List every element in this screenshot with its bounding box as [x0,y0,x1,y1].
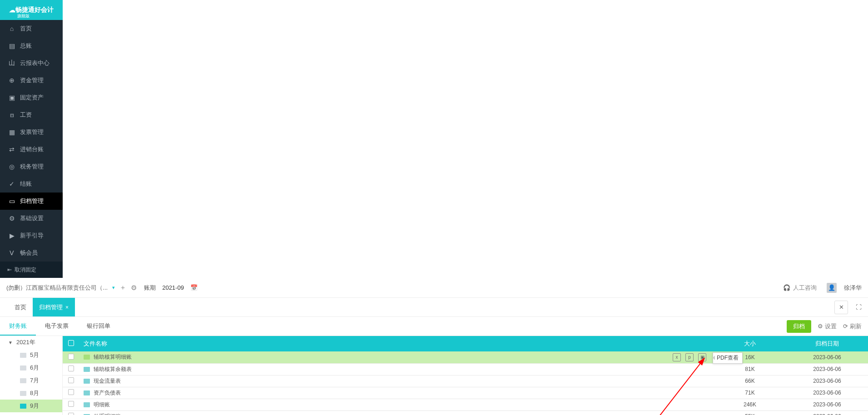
subtab-bank[interactable]: 银行回单 [78,317,119,336]
nav-icon: ⚙ [8,215,15,222]
tree-month[interactable]: 5月 [0,349,62,361]
nav-icon: ▭ [8,198,15,205]
settings-button[interactable]: ⚙设置 [818,322,837,331]
nav-item-10[interactable]: ▭归档管理 [0,193,63,210]
row-checkbox[interactable] [68,354,74,360]
nav-item-0[interactable]: ⌂首页 [0,20,63,37]
table-row[interactable]: 辅助核算明细账xp▣16K2023-06-06 [63,351,868,363]
unpin-button[interactable]: ⇤ 取消固定 [0,262,63,278]
nav-label: 结账 [20,180,32,188]
nav-icon: ▤ [8,42,15,49]
period-label: 账期 [144,284,156,292]
tab-home-label: 首页 [15,303,26,311]
tab-home[interactable]: 首页 [8,298,33,316]
company-selector[interactable]: (勿删）江西服宝精品有限责任公司（... [6,284,108,292]
folder-icon [84,379,90,384]
user-name[interactable]: 徐泽华 [844,284,862,292]
file-date: 2023-06-06 [786,410,868,415]
nav-item-13[interactable]: Ⅴ畅会员 [0,244,63,262]
folder-icon [84,367,90,372]
nav-item-4[interactable]: ▣固定资产 [0,89,63,106]
export-pdf-icon[interactable]: p [685,353,694,361]
subtab-einvoice[interactable]: 电子发票 [36,317,78,336]
sidebar: ☁ 畅捷通好会计 旗舰版 ⌂首页▤总账⼭云报表中心⊕资金管理▣固定资产⧈工资▦发… [0,0,63,278]
export-excel-icon[interactable]: x [673,353,681,361]
nav-label: 基础设置 [20,214,44,222]
nav-icon: ⌂ [8,25,15,32]
main-area: (勿删）江西服宝精品有限责任公司（... ▾ ＋ ⚙ 账期 2021-09 📅 … [0,278,868,415]
table-row[interactable]: 资产负债表71K2023-06-06 [63,387,868,399]
nav-item-8[interactable]: ◎税务管理 [0,158,63,175]
file-grid: 文件名称 大小 归档日期 辅助核算明细账xp▣16K2023-06-06辅助核算… [63,336,868,415]
close-all-tabs-button[interactable]: ✕ [834,301,848,314]
nav-icon: ▣ [8,94,15,101]
nav-label: 进销台账 [20,145,44,153]
nav-label: 首页 [20,25,32,33]
folder-icon [84,390,90,395]
row-checkbox[interactable] [68,401,74,407]
folder-icon [20,391,26,396]
file-name: 明细账 [94,401,110,408]
tree-month[interactable]: 7月 [0,374,62,387]
table-row[interactable]: 外币明细账55K2023-06-06 [63,410,868,415]
col-date: 归档日期 [786,336,868,351]
tree-month[interactable]: 10月 [0,412,62,415]
tree-month[interactable]: 8月 [0,387,62,400]
nav-item-11[interactable]: ⚙基础设置 [0,210,63,227]
nav-label: 资金管理 [20,76,44,84]
file-name: 辅助核算明细账 [94,354,132,360]
brand-logo: ☁ 畅捷通好会计 旗舰版 [0,0,63,20]
table-row[interactable]: 现金流量表66K2023-06-06 [63,375,868,387]
nav-item-2[interactable]: ⼭云报表中心 [0,54,63,72]
calendar-icon[interactable]: 📅 [190,284,198,291]
gear-icon: ⚙ [818,323,823,330]
tree-month[interactable]: 6月 [0,361,62,374]
nav-item-3[interactable]: ⊕资金管理 [0,72,63,89]
add-company-button[interactable]: ＋ [119,283,126,292]
nav-label: 总账 [20,42,32,50]
file-size: 55K [714,410,786,415]
row-checkbox[interactable] [68,377,74,383]
cloud-icon: ☁ [9,6,15,14]
nav-item-6[interactable]: ▦发票管理 [0,124,63,141]
row-checkbox[interactable] [68,413,74,415]
refresh-button[interactable]: ⟳刷新 [843,322,862,331]
folder-icon [20,404,26,409]
nav-item-9[interactable]: ✓结账 [0,175,63,193]
col-checkbox[interactable] [63,336,79,351]
nav-item-12[interactable]: ▶新手引导 [0,227,63,244]
tree-year[interactable]: ▼2021年 [0,336,62,349]
col-name: 文件名称 [79,336,714,351]
nav-list: ⌂首页▤总账⼭云报表中心⊕资金管理▣固定资产⧈工资▦发票管理⇄进销台账◎税务管理… [0,20,63,262]
nav-item-5[interactable]: ⧈工资 [0,106,63,124]
file-date: 2023-06-06 [786,375,868,387]
avatar[interactable]: 👤 [827,283,837,293]
nav-item-7[interactable]: ⇄进销台账 [0,141,63,158]
subtab-finance[interactable]: 财务账 [0,317,36,336]
nav-icon: ⇄ [8,146,15,153]
row-checkbox[interactable] [68,389,74,395]
support-label: 人工咨询 [793,284,817,292]
table-row[interactable]: 辅助核算余额表81K2023-06-06 [63,363,868,375]
archive-button[interactable]: 归档 [787,320,811,333]
support-button[interactable]: 🎧 人工咨询 [783,284,817,292]
table-row[interactable]: 明细账246K2023-06-06 [63,399,868,410]
company-settings-button[interactable]: ⚙ [131,284,137,292]
row-checkbox[interactable] [68,366,74,371]
nav-label: 工资 [20,111,32,119]
tree-month[interactable]: 9月 [0,400,62,412]
nav-item-1[interactable]: ▤总账 [0,37,63,54]
file-name: 现金流量表 [94,378,121,384]
period-value[interactable]: 2021-09 [162,284,184,291]
fullscreen-button[interactable]: ⛶ [852,301,865,314]
nav-label: 畅会员 [20,249,38,257]
nav-icon: ⊕ [8,77,15,84]
tab-close-icon[interactable]: × [65,304,69,311]
nav-label: 固定资产 [20,94,44,102]
nav-label: 发票管理 [20,128,44,136]
tab-archive[interactable]: 归档管理 × [33,298,75,316]
view-pdf-icon[interactable]: ▣ [698,353,706,361]
brand-edition: 旗舰版 [17,13,30,19]
pin-icon: ⇤ [7,267,12,273]
company-chevron-down-icon[interactable]: ▾ [112,285,115,291]
